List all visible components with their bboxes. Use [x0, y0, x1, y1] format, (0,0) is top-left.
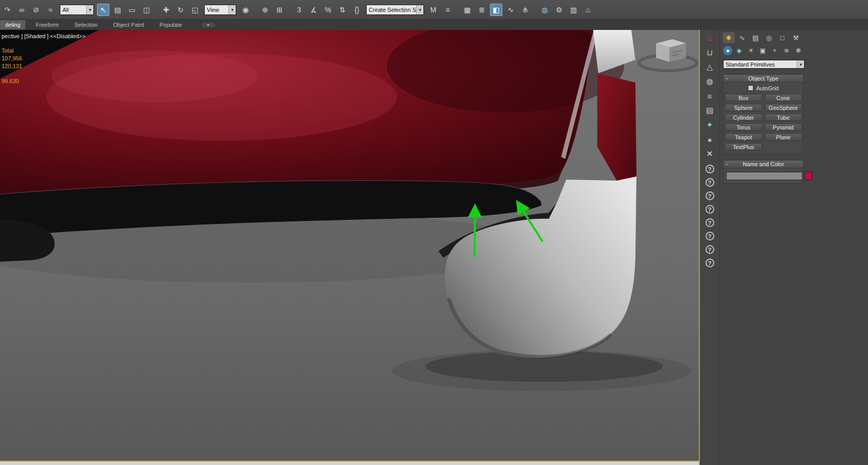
align-icon[interactable]: ≡ — [441, 4, 454, 16]
category-systems[interactable]: ✻ — [793, 45, 804, 56]
unlink-selection-icon[interactable]: ⊘ — [30, 4, 42, 16]
percent-snap-icon[interactable]: % — [322, 4, 334, 16]
tab-modeling[interactable]: deling — [0, 20, 25, 29]
toggle-ribbon-icon[interactable]: ◧ — [490, 4, 502, 16]
help-icon[interactable]: ? — [706, 218, 714, 227]
redo-icon[interactable]: ↷ — [1, 4, 13, 16]
command-panel-tabs: ✱ ∿ ▤ ◎ □ ⚒ — [720, 30, 868, 44]
tab-create[interactable]: ✱ — [723, 33, 734, 43]
help-icon[interactable]: ? — [706, 205, 714, 214]
help-icon[interactable]: ? — [706, 259, 714, 267]
render-setup-icon[interactable]: ⚙ — [553, 4, 565, 16]
mirror-icon[interactable]: M — [427, 4, 439, 16]
name-and-color-rollout: - Name and Color — [723, 160, 804, 184]
help-icon[interactable]: ? — [706, 191, 714, 200]
track-bar — [0, 461, 699, 465]
curve-editor-icon[interactable]: ∿ — [504, 4, 517, 16]
category-shapes[interactable]: ◈ — [734, 45, 744, 56]
select-object-icon[interactable]: ↖ — [97, 4, 109, 16]
chevron-down-icon: ▾ — [416, 5, 423, 14]
star-icon[interactable]: ✦ — [703, 119, 716, 131]
stats-title: Total — [2, 47, 22, 55]
select-and-rotate-icon[interactable]: ↻ — [174, 4, 187, 16]
selection-filter-dropdown[interactable]: All ▾ — [60, 5, 94, 15]
select-and-manipulate-icon[interactable]: ⊕ — [259, 4, 271, 16]
tab-utilities[interactable]: ⚒ — [790, 33, 801, 43]
compass-icon[interactable]: △ — [703, 61, 716, 73]
cone-button[interactable]: Cone — [765, 94, 802, 102]
window-crossing-toggle-icon[interactable]: ◫ — [140, 4, 153, 16]
snaps-toggle-icon[interactable]: 3 — [293, 4, 305, 16]
tab-hierarchy[interactable]: ▤ — [750, 33, 761, 43]
sphere-icon[interactable]: ● — [703, 133, 716, 146]
select-and-move-icon[interactable]: ✚ — [160, 4, 172, 16]
teapot-icon[interactable]: ♨ — [703, 32, 716, 44]
torus-button[interactable]: Torus — [725, 123, 762, 131]
tab-motion[interactable]: ◎ — [763, 33, 775, 43]
textplus-button[interactable]: TextPlus — [725, 143, 762, 151]
stats-line: 120,131 — [2, 62, 22, 70]
keyboard-shortcut-override-icon[interactable]: ⊞ — [273, 4, 286, 16]
primitives-dropdown[interactable]: Standard Primitives ▾ — [723, 60, 805, 69]
rectangular-selection-region-icon[interactable]: ▭ — [126, 4, 138, 16]
pyramid-button[interactable]: Pyramid — [765, 123, 802, 131]
category-geometry[interactable]: ● — [723, 46, 732, 55]
render-production-icon[interactable]: ♨ — [582, 4, 594, 16]
tab-selection[interactable]: Selection — [69, 20, 103, 29]
command-panel: ✱ ∿ ▤ ◎ □ ⚒ ● ◈ ☀ ▣ + ≋ ✻ Standard Primi… — [720, 30, 868, 465]
category-lights[interactable]: ☀ — [746, 45, 756, 56]
toggle-scene-explorer-icon[interactable]: ▦ — [461, 4, 473, 16]
rollout-title: Object Type — [724, 75, 803, 82]
help-icon[interactable]: ? — [706, 245, 714, 254]
rollout-title: Name and Color — [724, 161, 803, 167]
edit-named-selection-sets-icon[interactable]: {} — [351, 4, 363, 16]
named-selection-sets-dropdown[interactable]: Create Selection Se ▾ — [366, 5, 424, 15]
layers-icon[interactable]: ≡ — [703, 90, 716, 102]
material-editor-icon[interactable]: ◍ — [538, 4, 551, 16]
schematic-view-icon[interactable]: ⋔ — [519, 4, 531, 16]
select-and-scale-icon[interactable]: ◱ — [189, 4, 201, 16]
select-and-link-icon[interactable]: ∞ — [15, 4, 28, 16]
rendered-frame-window-icon[interactable]: ▥ — [567, 4, 580, 16]
checker-sphere-icon[interactable]: ◍ — [703, 75, 716, 88]
ribbon-minimize-button[interactable]: ▾ — [201, 22, 216, 28]
reference-coordinate-system-dropdown[interactable]: View ▾ — [204, 5, 236, 15]
tab-object-paint[interactable]: Object Paint — [108, 20, 149, 29]
help-icon[interactable]: ? — [706, 165, 714, 173]
use-pivot-point-center-icon[interactable]: ◉ — [239, 4, 252, 16]
sphere-button[interactable]: Sphere — [725, 104, 762, 111]
spinner-snap-icon[interactable]: ⇅ — [336, 4, 349, 16]
geosphere-button[interactable]: GeoSphere — [765, 104, 802, 111]
category-cameras[interactable]: ▣ — [758, 45, 768, 56]
tab-freeform[interactable]: Freeform — [30, 20, 64, 29]
teapot-button[interactable]: Teapot — [725, 133, 762, 141]
tab-populate[interactable]: Populate — [154, 20, 187, 29]
close-icon[interactable]: ✕ — [703, 148, 716, 160]
chevron-down-icon: ▾ — [797, 60, 804, 68]
bind-to-space-warp-icon[interactable]: ≈ — [44, 4, 57, 16]
select-by-name-icon[interactable]: ▤ — [111, 4, 124, 16]
category-helpers[interactable]: + — [769, 45, 780, 56]
help-icon[interactable]: ? — [706, 178, 714, 187]
side-toolbar: ♨ ⊔ △ ◍ ≡ ▤ ✦ ● ✕ ? ? ? ? ? ? ? ? — [700, 30, 720, 465]
object-name-input[interactable] — [726, 172, 803, 180]
plane-button[interactable]: Plane — [765, 133, 802, 141]
tab-modify[interactable]: ∿ — [736, 33, 748, 43]
angle-snap-icon[interactable]: ∡ — [307, 4, 320, 16]
cylinder-button[interactable]: Cylinder — [725, 114, 762, 121]
tube-button[interactable]: Tube — [765, 114, 802, 121]
tab-display[interactable]: □ — [777, 33, 788, 43]
object-type-rollout-header[interactable]: - Object Type — [724, 75, 803, 83]
viewport[interactable]: pective ] [Shaded ] <<Disabled>> Total 1… — [0, 30, 699, 461]
object-color-swatch[interactable] — [805, 171, 812, 180]
viewport-label[interactable]: pective ] [Shaded ] <<Disabled>> — [2, 33, 86, 39]
name-and-color-rollout-header[interactable]: - Name and Color — [724, 161, 803, 168]
box-button[interactable]: Box — [725, 94, 762, 102]
paint-bucket-icon[interactable]: ⊔ — [703, 46, 716, 59]
category-space-warps[interactable]: ≋ — [781, 45, 792, 56]
toggle-layer-explorer-icon[interactable]: ≣ — [476, 4, 488, 16]
help-icon[interactable]: ? — [706, 232, 714, 240]
autogrid-checkbox[interactable]: AutoGrid — [725, 84, 801, 92]
stats-line: 107,956 — [2, 55, 22, 62]
bricks-icon[interactable]: ▤ — [703, 104, 716, 117]
